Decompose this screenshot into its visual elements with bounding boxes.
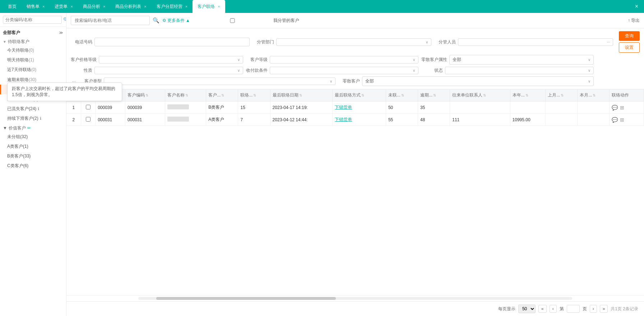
close-analysis-icon[interactable]: × (103, 0, 105, 13)
row1-chat-icon[interactable]: 💬 (612, 105, 618, 110)
close-sales-icon[interactable]: × (42, 0, 45, 13)
row1-last-month (546, 102, 578, 114)
close-customer-seg-icon[interactable]: × (185, 0, 187, 13)
sidebar-item-class-b[interactable]: B类客户(33) (0, 151, 66, 161)
nav-analysis-list[interactable]: 商品分析列表 × (110, 0, 151, 13)
value-group-label[interactable]: ▼ 价值客户 ✏ (0, 124, 66, 132)
my-customers-checkbox-label[interactable]: 我分管的客户 (193, 18, 299, 24)
row2-this-year: 10995.00 (510, 114, 546, 126)
dept-select[interactable]: ∨ (276, 38, 431, 46)
contact-count-sort-icon[interactable]: ⇅ (253, 93, 256, 97)
value-group-edit-icon[interactable]: ✏ (27, 126, 31, 131)
customer-name-sort-icon[interactable]: ⇅ (185, 93, 188, 97)
my-customers-checkbox[interactable] (193, 18, 272, 23)
per-page-select[interactable]: 50 (518, 305, 536, 313)
customer-type-select[interactable]: ∨ (104, 77, 335, 85)
sidebar-item-tomorrow-pending[interactable]: 明天待联络(1) (0, 55, 66, 65)
nav-customer-seg[interactable]: 客户分层经营 × (152, 0, 193, 13)
row2-checkbox[interactable] (81, 114, 96, 126)
payment-select[interactable]: ∨ (270, 67, 418, 74)
row2-select-checkbox[interactable] (86, 117, 91, 122)
filter-actions: 查询 设置 (619, 31, 640, 53)
price-level-select[interactable]: ∨ (99, 56, 243, 63)
nav-sales[interactable]: 销售单 × (22, 0, 50, 13)
row1-index: 1 (66, 102, 81, 114)
prev-page-button[interactable]: ‹ (550, 305, 557, 313)
nav-customer-contact[interactable]: 客户联络 × (193, 0, 225, 13)
next-page-button[interactable]: › (590, 305, 597, 313)
price-level-chevron-icon: ∨ (237, 58, 240, 62)
sidebar-item-lost-customers[interactable]: 已流失客户(24) ℹ (0, 104, 66, 114)
sidebar-collapse-icon[interactable]: ≫ (59, 30, 63, 35)
page-label2: 页 (583, 306, 587, 312)
unread-sort-icon[interactable]: ⇅ (401, 93, 404, 97)
sidebar-search-icon[interactable]: 🔍 (63, 17, 66, 22)
last-contact-method-sort-icon[interactable]: ⇅ (361, 93, 364, 97)
filter-status: 状态 ∨ (421, 67, 594, 74)
company-contacts-sort-icon[interactable]: ⇅ (483, 93, 486, 97)
page-number-input[interactable]: 1 (567, 305, 580, 313)
app-close-button[interactable]: × (632, 3, 641, 10)
row1-checkbox[interactable] (81, 102, 96, 114)
status-select[interactable]: ∨ (445, 67, 594, 74)
phone-input[interactable] (94, 38, 250, 46)
query-button[interactable]: 查询 (619, 31, 640, 41)
filter-price-level: 客户价格等级 ∨ (71, 56, 243, 63)
sidebar-item-today-pending[interactable]: 今天待联络(0) (0, 46, 66, 55)
overdue-sort-icon[interactable]: ⇅ (433, 93, 436, 97)
this-year-sort-icon[interactable]: ⇅ (525, 93, 528, 97)
main-search-icon[interactable]: 🔍 (153, 17, 159, 24)
retail-customer-select[interactable]: 全部 ∨ (362, 76, 594, 86)
sidebar-search-input[interactable] (3, 16, 62, 24)
main-search-input[interactable] (71, 16, 150, 25)
customer-type-sort-icon[interactable]: ⇅ (221, 93, 224, 97)
gender-select[interactable]: ∨ (94, 67, 243, 74)
row2-chat-icon[interactable]: 💬 (612, 117, 618, 123)
row1-unread: 50 (386, 102, 418, 114)
row2-grid-icon[interactable]: ⊞ (620, 117, 624, 123)
last-page-button[interactable]: » (600, 305, 608, 313)
lost-customers-info-icon[interactable]: ℹ (38, 106, 39, 112)
status-chevron-icon: ∨ (588, 69, 590, 72)
more-filter-button[interactable]: ⚙ 更多条件 ▲ (162, 18, 190, 24)
customer-level-select[interactable]: ∨ (270, 56, 418, 63)
nav-purchase[interactable]: 进货单 × (50, 0, 78, 13)
sidebar-item-class-c[interactable]: C类客户(6) (0, 161, 66, 171)
page-label: 第 (560, 306, 564, 312)
this-month-sort-icon[interactable]: ⇅ (593, 93, 596, 97)
customer-code-sort-icon[interactable]: ⇅ (145, 93, 148, 97)
row1-select-checkbox[interactable] (86, 105, 91, 109)
sidebar-item-ungrouped[interactable]: 未分组(32) (0, 132, 66, 142)
row2-last-contact-method[interactable]: 下销货单 (333, 114, 386, 126)
last-contact-date-sort-icon[interactable]: ⇅ (299, 93, 302, 97)
close-purchase-icon[interactable]: × (70, 0, 73, 13)
row1-grid-icon[interactable]: ⊞ (620, 105, 624, 110)
all-customers-header[interactable]: 全部客户 ≫ (0, 27, 66, 37)
declining-info-icon[interactable]: ℹ (40, 115, 41, 122)
nav-analysis[interactable]: 商品分析 × (78, 0, 110, 13)
horizontal-scrollbar[interactable] (138, 297, 572, 300)
retail-attr-label: 零散客户属性 (421, 57, 447, 63)
sidebar-item-declining[interactable]: 持续下滑客户(2) ℹ (0, 114, 66, 123)
pending-group-label[interactable]: ▼ 待联络客户 (0, 37, 66, 46)
row1-customer-code-val: 000039 (125, 102, 165, 114)
last-month-sort-icon[interactable]: ⇅ (561, 93, 564, 97)
data-table-container: ⚙ 客户编码 ⇅ 客户名称 ⇅ (66, 89, 644, 295)
close-customer-contact-icon[interactable]: × (218, 0, 220, 13)
person-select[interactable]: ··· (458, 38, 613, 46)
per-page-label: 每页显示 (498, 306, 515, 312)
setting-button[interactable]: 设置 (619, 42, 640, 53)
first-page-button[interactable]: « (538, 305, 547, 313)
row2-company-contacts: 111 (450, 114, 510, 126)
sidebar-item-class-a[interactable]: A类客户(1) (0, 142, 66, 151)
nav-home[interactable]: 首页 (3, 0, 22, 13)
content-area: 🔍 ⚙ 更多条件 ▲ 我分管的客户 ↑ 导出 电话号码 (66, 13, 644, 316)
row1-last-contact-method[interactable]: 下销货单 (333, 102, 386, 114)
col-customer-type: 客户... ⇅ (206, 89, 238, 102)
export-button[interactable]: ↑ 导出 (628, 18, 640, 24)
retail-attr-select[interactable]: 全部 ∨ (449, 55, 594, 65)
sidebar-item-7days-pending[interactable]: 近7天待联络(0) (0, 65, 66, 75)
close-analysis-list-icon[interactable]: × (144, 0, 146, 13)
filter-chevron-icon: ▲ (186, 18, 190, 23)
scrollbar-thumb[interactable] (156, 297, 336, 300)
